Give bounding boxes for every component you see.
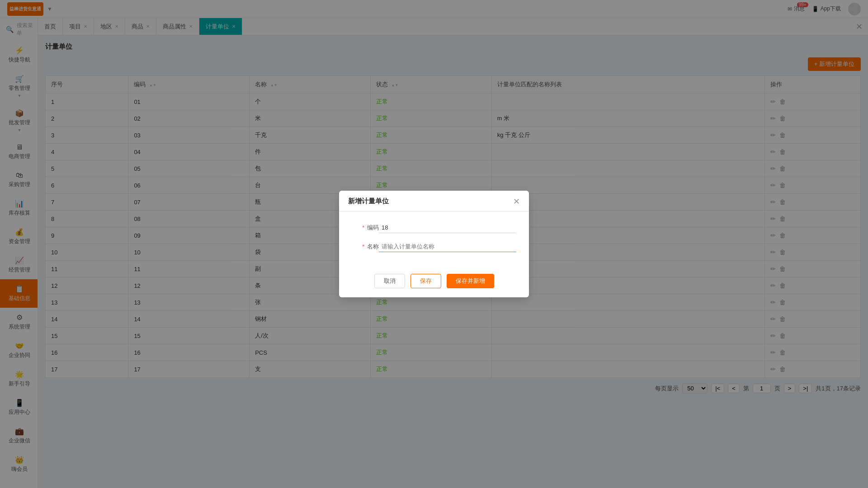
name-required-mark: * — [362, 243, 364, 250]
modal-body: * 编码 * 名称 — [339, 211, 529, 267]
name-row: * 名称 — [352, 241, 516, 252]
name-input[interactable] — [379, 241, 516, 252]
modal-overlay[interactable]: 新增计量单位 ✕ * 编码 * 名称 取消 保存 保存并新增 — [0, 0, 868, 488]
save-button[interactable]: 保存 — [410, 274, 441, 288]
modal-footer: 取消 保存 保存并新增 — [339, 267, 529, 297]
modal-close-btn[interactable]: ✕ — [513, 197, 520, 206]
add-unit-modal: 新增计量单位 ✕ * 编码 * 名称 取消 保存 保存并新增 — [339, 191, 529, 297]
cancel-button[interactable]: 取消 — [374, 274, 405, 288]
name-label: * 名称 — [352, 243, 379, 251]
code-label: * 编码 — [352, 224, 379, 232]
code-row: * 编码 — [352, 222, 516, 233]
modal-title: 新增计量单位 — [348, 197, 389, 206]
code-required-mark: * — [362, 224, 364, 231]
save-and-new-button[interactable]: 保存并新增 — [447, 274, 494, 288]
modal-header: 新增计量单位 ✕ — [339, 191, 529, 211]
code-input[interactable] — [379, 222, 516, 233]
